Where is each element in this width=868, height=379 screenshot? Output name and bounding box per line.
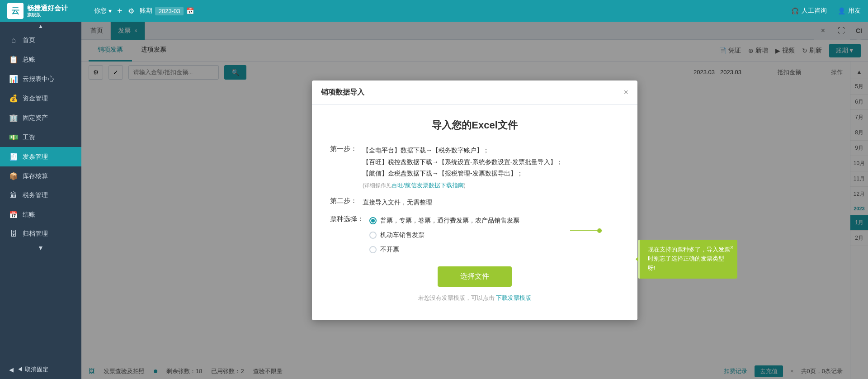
step1-line2: 【百旺】税控盘数据下载→【系统设置-系统参数设置-发票批量导入】； (363, 156, 563, 168)
sidebar-item-assets[interactable]: 🏢 固定资产 (0, 108, 81, 128)
finance-icon: 💰 (9, 94, 18, 103)
sidebar-item-label: 首页 (23, 36, 35, 44)
close-period-icon: 📅 (9, 210, 18, 219)
sidebar-scroll-up[interactable]: ▲ (0, 22, 81, 31)
header-right: 🎧 人工咨询 👤 用友 (791, 7, 861, 15)
step1-note: (详细操作见百旺/航信发票数据下载指南) (363, 180, 563, 191)
select-file-button[interactable]: 选择文件 (438, 266, 512, 287)
logo-sub: 旗舰版 (27, 12, 68, 18)
step2-text: 直接导入文件，无需整理 (363, 197, 432, 208)
radio-no-invoice[interactable]: 不开票 (369, 246, 519, 254)
step1: 第一步： 【全电平台】数据下载→【税务数字账户】； 【百旺】税控盘数据下载→【系… (330, 145, 619, 190)
top-header: 云 畅捷通好会计 旗舰版 你您 ▾ + ⚙ 账期 2023-03 📅 🎧 人工咨… (0, 0, 868, 22)
ai-consult-button[interactable]: 🎧 人工咨询 (791, 7, 827, 15)
sidebar-item-label: 归档管理 (23, 230, 48, 238)
sidebar-item-home[interactable]: ⌂ 首页 (0, 31, 81, 50)
sidebar-item-inventory[interactable]: 📦 库存核算 (0, 166, 81, 186)
sidebar-item-ledger[interactable]: 📋 总账 (0, 50, 81, 69)
add-button[interactable]: + (117, 6, 123, 16)
sidebar-item-label: 固定资产 (23, 114, 48, 122)
invoice-icon: 🧾 (9, 152, 18, 161)
sidebar-scroll-down[interactable]: ▼ (0, 243, 81, 252)
sidebar-item-invoice[interactable]: 🧾 发票管理 (0, 147, 81, 166)
sidebar-item-archive[interactable]: 🗄 归档管理 (0, 224, 81, 243)
radio-group: 普票，专票，卷票，通行费发票，农产品销售发票 机动车销售发票 不开票 (369, 217, 519, 254)
download-guide-link[interactable]: 百旺/航信发票数据下载指南 (392, 182, 464, 189)
assets-icon: 🏢 (9, 114, 18, 122)
tooltip-close-button[interactable]: × (730, 242, 734, 252)
tooltip-connector-dot (597, 228, 602, 233)
main-layout: ▲ ⌂ 首页 📋 总账 📊 云报表中心 💰 资金管理 🏢 固定资产 💵 工资 🧾 (0, 22, 868, 379)
radio-dot (371, 219, 375, 223)
download-template-link[interactable]: 下载发票模版 (496, 294, 531, 301)
step1-line1: 【全电平台】数据下载→【税务数字账户】； (363, 145, 563, 156)
user-icon: 👤 (838, 7, 845, 14)
sidebar-item-tax[interactable]: 🏛 税务管理 (0, 186, 81, 205)
chevron-down-icon: ▾ (108, 7, 112, 14)
settings-icon[interactable]: ⚙ (128, 7, 134, 15)
logo-main: 畅捷通好会计 (27, 4, 68, 12)
tooltip-line: 现在支持的票种多了，导入发票时别忘了选择正确的发票类型呀! × (570, 228, 602, 233)
radio-motor[interactable]: 机动车销售发票 (369, 231, 519, 239)
step1-label: 第一步： (330, 145, 357, 190)
sidebar-item-label: 发票管理 (23, 153, 48, 161)
period-display: 账期 2023-03 📅 (140, 7, 194, 15)
sidebar-item-label: 税务管理 (23, 191, 48, 199)
sidebar-cancel-fixed[interactable]: ◀ ◀ 取消固定 (0, 360, 81, 379)
sidebar-item-label: 总账 (23, 56, 35, 64)
tooltip-text: 现在支持的票种多了，导入发票时别忘了选择正确的发票类型呀! (648, 245, 731, 273)
radio-no-invoice-label: 不开票 (380, 246, 399, 254)
company-selector[interactable]: 你您 ▾ (94, 7, 112, 15)
tooltip-bar (638, 240, 640, 279)
logo-area: 云 畅捷通好会计 旗舰版 (7, 3, 89, 19)
modal-header: 销项数据导入 × (312, 81, 637, 105)
sidebar-item-label: 资金管理 (23, 95, 48, 103)
ledger-icon: 📋 (9, 55, 18, 64)
radio-motor-circle[interactable] (369, 232, 377, 239)
modal-close-button[interactable]: × (623, 88, 628, 97)
reports-icon: 📊 (9, 75, 18, 83)
content-area: 首页 发票 × × ⛶ CI 销项发票 (81, 22, 868, 379)
ticket-label: 票种选择： (330, 215, 364, 223)
radio-motor-label: 机动车销售发票 (380, 231, 425, 239)
tooltip-connector-line (570, 230, 597, 231)
radio-no-invoice-circle[interactable] (369, 246, 377, 253)
user-menu[interactable]: 👤 用友 (838, 7, 861, 15)
modal-footer: 若您没有发票模版，可以点击 下载发票模版 (330, 294, 619, 311)
tax-icon: 🏛 (9, 191, 18, 199)
sidebar-item-label: 工资 (23, 133, 35, 142)
sidebar: ▲ ⌂ 首页 📋 总账 📊 云报表中心 💰 资金管理 🏢 固定资产 💵 工资 🧾 (0, 22, 81, 379)
radio-normal-circle[interactable] (369, 217, 377, 224)
logo-icon: 云 (7, 3, 24, 19)
archive-icon: 🗄 (9, 230, 18, 238)
sidebar-item-payroll[interactable]: 💵 工资 (0, 128, 81, 147)
modal-body: 导入您的Excel文件 第一步： 【全电平台】数据下载→【税务数字账户】； 【百… (312, 105, 637, 320)
step2-label: 第二步： (330, 197, 357, 208)
modal-title: 销项数据导入 (321, 88, 364, 97)
radio-normal-label: 普票，专票，卷票，通行费发票，农产品销售发票 (380, 217, 519, 225)
step1-content: 【全电平台】数据下载→【税务数字账户】； 【百旺】税控盘数据下载→【系统设置-系… (363, 145, 563, 190)
inventory-icon: 📦 (9, 172, 18, 180)
modal-main-title: 导入您的Excel文件 (330, 118, 619, 132)
headset-icon: 🎧 (791, 7, 799, 14)
step2: 第二步： 直接导入文件，无需整理 (330, 197, 619, 208)
sidebar-item-finance[interactable]: 💰 资金管理 (0, 89, 81, 108)
step1-line3: 【航信】金税盘数据下载→【报税管理-发票数据导出】； (363, 168, 563, 179)
sidebar-item-label: 结账 (23, 211, 35, 219)
period-badge: 2023-03 (155, 7, 184, 15)
payroll-icon: 💵 (9, 133, 18, 142)
tooltip-balloon: 现在支持的票种多了，导入发票时别忘了选择正确的发票类型呀! × (638, 240, 737, 279)
radio-normal[interactable]: 普票，专票，卷票，通行费发票，农产品销售发票 (369, 217, 519, 225)
modal-overlay: 销项数据导入 × 导入您的Excel文件 第一步： 【全电平台】数据下载→【税务… (81, 22, 868, 379)
sidebar-item-label: 库存核算 (23, 172, 48, 180)
home-icon: ⌂ (9, 36, 18, 44)
cancel-fixed-icon: ◀ (9, 366, 14, 373)
sidebar-item-close[interactable]: 📅 结账 (0, 205, 81, 224)
import-modal: 销项数据导入 × 导入您的Excel文件 第一步： 【全电平台】数据下载→【税务… (312, 81, 637, 320)
ticket-selection: 票种选择： 普票，专票，卷票，通行费发票，农产品销售发票 (330, 215, 619, 254)
sidebar-item-reports[interactable]: 📊 云报表中心 (0, 69, 81, 89)
sidebar-item-label: 云报表中心 (23, 75, 54, 83)
calendar-icon: 📅 (186, 7, 194, 14)
